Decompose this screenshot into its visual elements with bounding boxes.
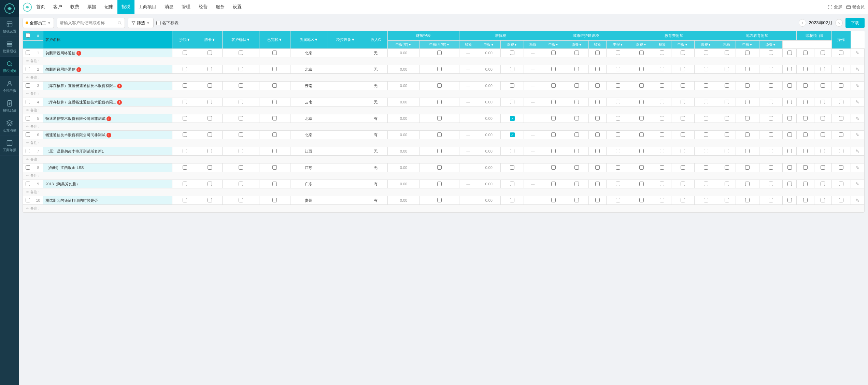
edu-amount2-cell[interactable] — [671, 65, 694, 74]
city-declare-cell[interactable] — [565, 114, 588, 123]
edit-icon[interactable]: ✎ — [855, 116, 859, 121]
edit-cell[interactable]: ✎ — [851, 131, 864, 139]
local-pay-cell[interactable] — [782, 65, 796, 74]
city-amount-cell[interactable] — [542, 98, 565, 106]
city-amount-cell[interactable] — [542, 163, 565, 172]
local-declare-cell[interactable] — [759, 65, 782, 74]
city-amount-cell[interactable] — [542, 131, 565, 139]
edit-cell[interactable]: ✎ — [851, 180, 864, 188]
city-pay-cell[interactable] — [588, 180, 607, 188]
nav-manage[interactable]: 管理 — [177, 0, 195, 14]
report-year-cell[interactable] — [420, 114, 459, 123]
confirm-cell[interactable] — [222, 65, 259, 74]
edu-declare2-cell[interactable] — [695, 180, 718, 188]
edu-declare2-cell[interactable] — [695, 163, 718, 172]
edu-declare-cell[interactable] — [630, 131, 653, 139]
copy-tax-cell[interactable] — [172, 114, 197, 123]
local-declare-cell[interactable] — [759, 82, 782, 90]
copy-tax-cell[interactable] — [172, 65, 197, 74]
edu-pay-cell[interactable] — [653, 131, 671, 139]
edit-cell[interactable]: ✎ — [851, 98, 864, 106]
edu-declare2-cell[interactable] — [695, 196, 718, 205]
edu-amount2-cell[interactable] — [671, 131, 694, 139]
vat-declare-cell[interactable] — [500, 82, 524, 90]
edit-icon[interactable]: ✎ — [855, 50, 859, 56]
edu-pay-cell[interactable] — [653, 196, 671, 205]
copy-tax-cell[interactable] — [172, 163, 197, 172]
row-checkbox[interactable] — [26, 149, 30, 153]
city-declare-cell[interactable] — [565, 163, 588, 172]
edit-icon[interactable]: ✎ — [855, 181, 859, 187]
nav-invoice[interactable]: 票据 — [83, 0, 100, 14]
local-declare-cell[interactable] — [759, 180, 782, 188]
row-checkbox[interactable] — [26, 83, 30, 88]
edu-declare-cell[interactable] — [630, 49, 653, 57]
row-checkbox-cell[interactable] — [23, 114, 33, 123]
nav-settings[interactable]: 设置 — [229, 0, 246, 14]
copy-tax-cell[interactable] — [172, 147, 197, 156]
copy-tax-cell[interactable] — [172, 98, 197, 106]
city-declare-cell[interactable] — [565, 49, 588, 57]
local-pay-cell[interactable] — [782, 131, 796, 139]
nav-home[interactable]: 首页 — [32, 0, 49, 14]
city-pay-cell[interactable] — [588, 65, 607, 74]
edu-pay2-cell[interactable] — [718, 98, 736, 106]
city-pay-cell[interactable] — [588, 98, 607, 106]
vat-declare-cell[interactable] — [500, 147, 524, 156]
city-amount2-cell[interactable] — [607, 98, 630, 106]
edu-declare-cell[interactable] — [630, 196, 653, 205]
city-pay-cell[interactable] — [588, 147, 607, 156]
row-checkbox[interactable] — [26, 116, 30, 120]
paid-cell[interactable] — [259, 147, 290, 156]
local-declare-cell[interactable] — [759, 131, 782, 139]
stamp-declare-cell[interactable] — [814, 98, 831, 106]
edu-amount2-cell[interactable] — [671, 147, 694, 156]
local-amount2-cell[interactable] — [797, 65, 814, 74]
confirm-cell[interactable] — [222, 163, 259, 172]
sidebar-item-annual-report[interactable]: 工商年报 — [0, 136, 19, 156]
local-amount-cell[interactable] — [736, 82, 759, 90]
city-pay-cell[interactable] — [588, 131, 607, 139]
confirm-cell[interactable] — [222, 180, 259, 188]
edu-declare2-cell[interactable] — [695, 147, 718, 156]
nav-client[interactable]: 客户 — [49, 0, 66, 14]
city-amount2-cell[interactable] — [607, 196, 630, 205]
row-checkbox-cell[interactable] — [23, 147, 33, 156]
local-amount-cell[interactable] — [736, 114, 759, 123]
stamp-declare-cell[interactable] — [814, 65, 831, 74]
row-checkbox[interactable] — [26, 132, 30, 137]
local-amount-cell[interactable] — [736, 180, 759, 188]
city-amount2-cell[interactable] — [607, 180, 630, 188]
local-amount-cell[interactable] — [736, 98, 759, 106]
nav-tax[interactable]: 报税 — [117, 0, 134, 14]
city-amount-cell[interactable] — [542, 65, 565, 74]
city-amount-cell[interactable] — [542, 196, 565, 205]
paid-cell[interactable] — [259, 180, 290, 188]
name-tag-checkbox[interactable] — [156, 21, 161, 25]
stamp-declare-cell[interactable] — [814, 131, 831, 139]
row-checkbox-cell[interactable] — [23, 163, 33, 172]
nav-business[interactable]: 工商项目 — [134, 0, 160, 14]
clear-card-cell[interactable] — [197, 180, 222, 188]
vat-declare-cell[interactable] — [500, 163, 524, 172]
edu-pay2-cell[interactable] — [718, 65, 736, 74]
copy-tax-cell[interactable] — [172, 180, 197, 188]
stamp-pay-cell[interactable] — [831, 114, 851, 123]
city-pay-cell[interactable] — [588, 49, 607, 57]
stamp-pay-cell[interactable] — [831, 82, 851, 90]
edu-declare-cell[interactable] — [630, 65, 653, 74]
edu-declare2-cell[interactable] — [695, 65, 718, 74]
local-pay-cell[interactable] — [782, 163, 796, 172]
edu-pay2-cell[interactable] — [718, 196, 736, 205]
city-pay-cell[interactable] — [588, 196, 607, 205]
stamp-declare-cell[interactable] — [814, 196, 831, 205]
report-year-cell[interactable] — [420, 163, 459, 172]
member-btn[interactable]: 畅会员 — [846, 4, 865, 10]
report-year-cell[interactable] — [420, 147, 459, 156]
local-amount-cell[interactable] — [736, 163, 759, 172]
vat-declare-cell[interactable] — [500, 98, 524, 106]
city-pay-cell[interactable] — [588, 163, 607, 172]
paid-cell[interactable] — [259, 196, 290, 205]
edit-cell[interactable]: ✎ — [851, 163, 864, 172]
stamp-pay-cell[interactable] — [831, 65, 851, 74]
